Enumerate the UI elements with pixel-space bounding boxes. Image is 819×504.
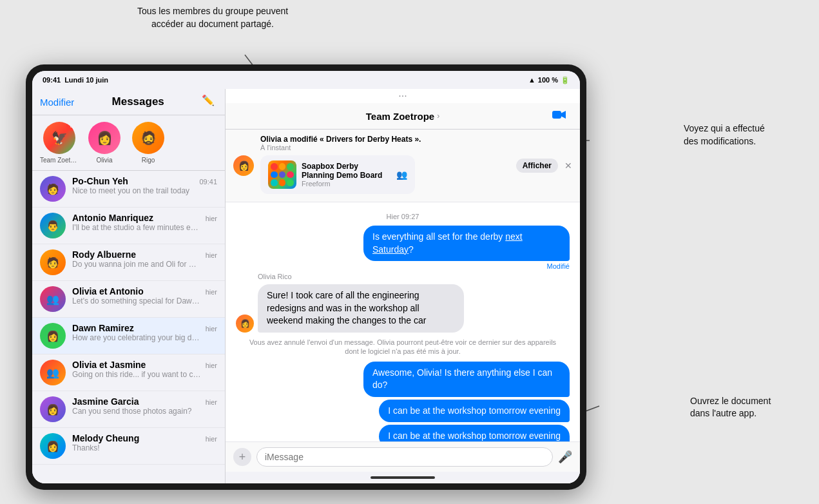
annotation-right-bottom: Ouvrez le document dans l'autre app.: [690, 395, 806, 420]
share-icon[interactable]: 👥: [396, 170, 407, 180]
freeform-icon: [268, 160, 296, 189]
facetime-button[interactable]: [549, 108, 570, 124]
chat-header: Team Zoetrope ›: [226, 103, 580, 130]
ipad-frame: 09:41 Lundi 10 juin ▲ 100 % 🔋 Modifier M…: [26, 64, 586, 490]
msg-header: Olivia et Antonio hier: [72, 286, 217, 296]
notif-subtitle: À l'instant: [260, 144, 510, 151]
msg-content: Olivia et Antonio hier Let's do somethin…: [72, 286, 217, 305]
freeform-card-app: Freeform: [302, 180, 391, 188]
wifi-icon: ▲: [528, 76, 535, 84]
contact-label-rigo: Rigo: [142, 157, 155, 164]
status-bar: 09:41 Lundi 10 juin ▲ 100 % 🔋: [32, 71, 580, 89]
close-notification-button[interactable]: ✕: [564, 160, 572, 171]
bubble-incoming: Sure! I took care of all the engineering…: [258, 284, 464, 333]
home-indicator: [226, 472, 580, 483]
notification-banner: 👩 Olivia a modifié « Drivers for Derby H…: [226, 130, 580, 202]
chevron-right-icon: ›: [437, 111, 439, 121]
more-dots: ···: [226, 89, 580, 103]
contacts-row: 🦅 6 Team Zoetrope 👩 Olivia 🧔: [32, 115, 225, 171]
chat-title-area[interactable]: Team Zoetrope ›: [366, 111, 439, 122]
msg-content: Antonio Manriquez hier I'll be at the st…: [72, 213, 217, 232]
compose-icon[interactable]: ✏️: [202, 94, 217, 110]
edit-button[interactable]: Modifier: [40, 97, 74, 108]
home-bar: [371, 476, 435, 479]
notif-title: Olivia a modifié « Drivers for Derby Hea…: [260, 135, 510, 144]
msg-avatar: 👩: [40, 433, 66, 459]
sidebar-title: Messages: [112, 95, 164, 108]
annotation-right-top: Voyez qui a effectué des modifications.: [684, 122, 800, 148]
sidebar-header: Modifier Messages ✏️: [32, 89, 225, 115]
msg-content: Jasmine Garcia hier Can you send those p…: [72, 396, 217, 416]
msg-content: Po-Chun Yeh 09:41 Nice to meet you on th…: [72, 176, 217, 195]
message-row-outgoing: I can be at the workshop tomorrow evenin…: [236, 425, 570, 441]
bubble-outgoing: Is everything all set for the derby next…: [363, 226, 570, 261]
battery-icon: 🔋: [561, 76, 570, 84]
msg-avatar: 👩: [40, 396, 66, 422]
msg-avatar: 👨: [40, 213, 66, 238]
system-note: Vous avez annulé l'envoi d'un message. O…: [236, 338, 570, 356]
show-button[interactable]: Afficher: [516, 159, 558, 173]
date-divider: Hier 09:27: [236, 213, 570, 220]
msg-avatar: 🧑: [40, 249, 66, 275]
status-bar-left: 09:41 Lundi 10 juin: [43, 76, 108, 84]
msg-header: Po-Chun Yeh 09:41: [72, 176, 217, 186]
list-item[interactable]: 👩 Melody Cheung hier Thanks!: [32, 428, 225, 465]
message-list: 🧑 Po-Chun Yeh 09:41 Nice to meet you on …: [32, 171, 225, 483]
list-item[interactable]: 🧑 Rody Albuerne hier Do you wanna join m…: [32, 244, 225, 281]
contact-avatar-team: 🦅 6: [43, 122, 75, 154]
chat-input-bar: + 🎤: [226, 441, 580, 472]
sender-name: Olivia Rico: [258, 273, 570, 280]
msg-modified-label: Modifié: [363, 262, 570, 270]
msg-avatar: 👩: [40, 323, 66, 349]
annotation-top: Tous les membres du groupe peuvent accéd…: [52, 5, 374, 30]
message-input[interactable]: [256, 447, 553, 467]
msg-content: Rody Albuerne hier Do you wanna join me …: [72, 249, 217, 269]
notif-text-area: Olivia a modifié « Drivers for Derby Hea…: [260, 135, 510, 197]
list-item[interactable]: 👥 Olivia et Antonio hier Let's do someth…: [32, 281, 225, 318]
message-row-incoming: 👩 Sure! I took care of all the engineeri…: [236, 284, 570, 333]
msg-content: Melody Cheung hier Thanks!: [72, 433, 217, 452]
list-item[interactable]: 👥 Olivia et Jasmine hier Going on this r…: [32, 354, 225, 391]
message-row-outgoing: I can be at the workshop tomorrow evenin…: [236, 400, 570, 423]
badge-count-team: 6: [66, 122, 75, 131]
freeform-card[interactable]: Soapbox Derby Planning Demo Board Freefo…: [260, 155, 415, 194]
bubble-outgoing: Awesome, Olivia! Is there anything else …: [363, 362, 570, 397]
message-row-outgoing: Is everything all set for the derby next…: [236, 226, 570, 270]
list-item[interactable]: 👩 Dawn Ramirez hier How are you celebrat…: [32, 318, 225, 354]
bubble-avatar-olivia: 👩: [236, 315, 254, 333]
list-item[interactable]: 🧑 Po-Chun Yeh 09:41 Nice to meet you on …: [32, 171, 225, 208]
date-display: Lundi 10 juin: [64, 76, 108, 84]
freeform-info: Soapbox Derby Planning Demo Board Freefo…: [302, 162, 391, 188]
msg-header: Rody Albuerne hier: [72, 249, 217, 260]
main-content: Modifier Messages ✏️ 🦅 6 Team Zoetrope: [32, 89, 580, 483]
status-bar-right: ▲ 100 % 🔋: [528, 76, 570, 84]
notif-avatar: 👩: [233, 155, 254, 176]
ipad-screen: 09:41 Lundi 10 juin ▲ 100 % 🔋 Modifier M…: [32, 71, 580, 483]
freeform-card-title: Soapbox Derby Planning Demo Board: [302, 162, 391, 180]
contact-item-olivia[interactable]: 👩 Olivia: [86, 122, 122, 164]
msg-header: Jasmine Garcia hier: [72, 396, 217, 407]
contact-item-rigo[interactable]: 🧔 Rigo: [130, 122, 166, 164]
contact-item-team-zoetrope[interactable]: 🦅 6 Team Zoetrope: [40, 122, 79, 164]
msg-header: Melody Cheung hier: [72, 433, 217, 443]
chat-title: Team Zoetrope: [366, 111, 434, 122]
sidebar: Modifier Messages ✏️ 🦅 6 Team Zoetrope: [32, 89, 226, 483]
contact-avatar-olivia: 👩: [88, 122, 120, 154]
add-button[interactable]: +: [233, 448, 251, 466]
msg-content: Olivia et Jasmine hier Going on this rid…: [72, 360, 217, 379]
list-item[interactable]: 👩 Jasmine Garcia hier Can you send those…: [32, 391, 225, 428]
chat-messages: Hier 09:27 Is everything all set for the…: [226, 202, 580, 441]
contact-label-team: Team Zoetrope: [40, 157, 79, 164]
bubble-outgoing: I can be at the workshop tomorrow evenin…: [379, 400, 570, 423]
contact-avatar-rigo: 🧔: [132, 122, 164, 154]
svg-rect-3: [552, 111, 561, 119]
mic-button[interactable]: 🎤: [558, 450, 572, 464]
msg-content: Dawn Ramirez hier How are you celebratin…: [72, 323, 217, 342]
list-item[interactable]: 👨 Antonio Manriquez hier I'll be at the …: [32, 208, 225, 244]
msg-avatar: 🧑: [40, 176, 66, 202]
msg-avatar: 👥: [40, 360, 66, 385]
chat-panel: ··· Team Zoetrope ›: [226, 89, 580, 483]
battery-display: 100 %: [538, 76, 558, 84]
msg-header: Antonio Manriquez hier: [72, 213, 217, 223]
time-display: 09:41: [43, 76, 61, 84]
